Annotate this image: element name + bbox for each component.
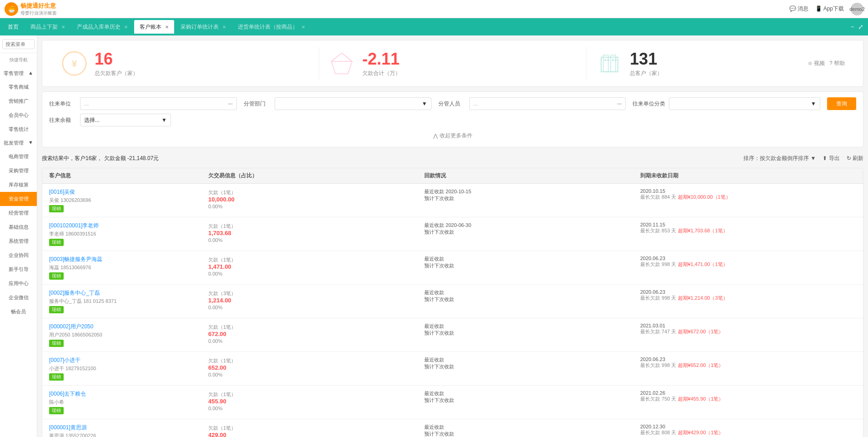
filter-unit-category-label: 往来单位分类 [632, 100, 665, 108]
sort-label[interactable]: 排序：按欠款金额倒序排序 ▼ [743, 155, 816, 162]
sidebar-item-zero-sale[interactable]: 零售管理▲ [0, 67, 37, 80]
due-date-cell-4: 2021.03.01 最长欠款 747 天 超期¥672.00（1笔） [640, 323, 856, 347]
stat-icon-yuan: ¥ [60, 50, 88, 77]
header-bar: 🐣 畅捷通好生意 母婴行业演示账套 💬 消息 📱 App下载 demo2 [0, 0, 868, 18]
debt-amount-6[interactable]: 455.90 [208, 398, 424, 405]
overdue-link-2[interactable]: 超期¥1,471.00（1笔） [678, 261, 728, 267]
sidebar-item-capital[interactable]: 资金管理 [0, 192, 37, 206]
overdue-link-7[interactable]: 超期¥429.00（1笔） [678, 430, 724, 435]
tab-product-shelf[interactable]: 商品上下架 ✕ [25, 20, 70, 34]
customer-name-0[interactable]: [0016]吴俊 [49, 188, 208, 196]
due-date-cell-2: 2020.06.23 最长欠款 998 天 超期¥1,471.00（1笔） [640, 256, 856, 280]
header-repayment: 回款情况 [424, 172, 640, 180]
filter-balance: 往来余额 选择... ▼ [49, 114, 856, 126]
view-btn[interactable]: ⊙ 视频 [808, 60, 825, 67]
sidebar-item-zero-stats[interactable]: 零售统计 [0, 122, 37, 136]
debt-amount-2[interactable]: 1,471.00 [208, 263, 424, 270]
tab-home[interactable]: 首页 [2, 20, 24, 34]
debt-amount-1[interactable]: 1,703.68 [208, 230, 424, 236]
customer-name-7[interactable]: [000001]黄思源 [49, 424, 208, 432]
tab-purchase-order-close[interactable]: ✕ [222, 25, 226, 30]
customer-badge-6: 现销 [49, 407, 64, 414]
tab-product-shelf-close[interactable]: ✕ [61, 25, 65, 30]
table-row: [0007]小进干 小进干 18279152100 现销 欠款（1笔） 652.… [42, 352, 863, 386]
sidebar-item-ecommerce[interactable]: 电商管理 [0, 150, 37, 164]
customer-name-3[interactable]: [0002]服务中心_丁磊 [49, 289, 208, 297]
sidebar-item-newbie[interactable]: 新手引导 [0, 262, 37, 276]
search-button[interactable]: 查询 [827, 97, 856, 110]
results-actions: 排序：按欠款金额倒序排序 ▼ ⬆ 导出 ↻ 刷新 [743, 155, 863, 162]
refresh-btn[interactable]: ↻ 刷新 [847, 155, 863, 162]
customer-name-1[interactable]: [0001020001]李老师 [49, 222, 208, 230]
sidebar-item-purchase[interactable]: 采购管理 [0, 164, 37, 178]
sidebar-item-system[interactable]: 系统管理 [0, 234, 37, 248]
app-download-btn[interactable]: 📱 App下载 [815, 5, 844, 13]
tab-purchase-stats[interactable]: 进货单统计表（按商品） ✕ [232, 20, 311, 34]
export-btn[interactable]: ⬆ 导出 [823, 155, 839, 162]
sidebar-item-enterprise[interactable]: 企业协同 [0, 248, 37, 262]
tab-minimize-btn[interactable]: － [849, 23, 856, 31]
table-row: [0016]吴俊 吴俊 13026203696 现销 欠款（1笔） 10,000… [42, 184, 863, 217]
stat-info-debt-customers: 16 总欠款客户（家） [95, 50, 138, 77]
overdue-link-0[interactable]: 超期¥10,000.00（1笔） [678, 194, 731, 200]
tab-product-history-close[interactable]: ✕ [124, 25, 128, 30]
stat-total-customers-label: 总客户（家） [630, 70, 662, 77]
customer-sub-2: 海蕊 18513066976 [49, 264, 208, 271]
tab-maximize-btn[interactable]: ⤢ [858, 23, 863, 31]
filter-person: 分管人员 ... ··· [438, 97, 626, 110]
sidebar-item-vip-member[interactable]: 畅会员 [0, 305, 37, 319]
sidebar-item-basic-info[interactable]: 基础信息 [0, 220, 37, 234]
sidebar-item-zero-mall[interactable]: 零售商城 [0, 80, 37, 94]
svg-text:¥: ¥ [71, 59, 77, 69]
filter-unit-category-select[interactable]: ▼ [669, 97, 820, 110]
debt-amount-0[interactable]: 10,000.00 [208, 196, 424, 203]
debt-amount-4[interactable]: 672.00 [208, 331, 424, 337]
sidebar-item-batch-mgmt[interactable]: 批发管理▼ [0, 136, 37, 150]
sidebar-item-enterprise-wechat[interactable]: 企业微信 [0, 291, 37, 305]
overdue-link-4[interactable]: 超期¥672.00（1笔） [678, 329, 724, 334]
tab-purchase-order[interactable]: 采购订单统计表 ✕ [175, 20, 231, 34]
customer-name-5[interactable]: [0007]小进干 [49, 357, 208, 364]
data-table: 客户信息 欠交易信息（占比） 回款情况 到期未收款日期 [0016]吴俊 吴俊 … [42, 168, 863, 437]
sidebar-item-marketing[interactable]: 营销推广 [0, 94, 37, 108]
filter-dept-select[interactable]: ▼ [275, 97, 431, 110]
message-btn[interactable]: 💬 消息 [789, 5, 808, 13]
sidebar-item-operation[interactable]: 经营管理 [0, 206, 37, 220]
table-row: [0006]去下粮仓 陈小希 现销 欠款（1笔） 455.90 0.00% 最近… [42, 386, 863, 419]
sidebar-item-inventory[interactable]: 库存核算 [0, 178, 37, 192]
stat-info-debt-amount: -2.11 欠款合计（万） [362, 50, 401, 77]
debt-amount-3[interactable]: 1,214.00 [208, 297, 424, 304]
debt-amount-5[interactable]: 652.00 [208, 364, 424, 371]
svg-rect-7 [604, 59, 606, 61]
filter-balance-select[interactable]: 选择... ▼ [80, 114, 171, 126]
stat-debt-amount-label: 欠款合计（万） [362, 70, 401, 77]
stats-row: ¥ 16 总欠款客户（家） [42, 40, 863, 87]
sidebar: 快捷导航 零售管理▲ 零售商城 营销推广 会员中心 零售统计 批发管理▼ 电商管… [0, 35, 37, 437]
filter-person-input[interactable]: ... ··· [469, 97, 626, 110]
customer-badge-0: 现销 [49, 205, 64, 212]
tab-customer-account-close[interactable]: ✕ [165, 25, 169, 30]
customer-name-2[interactable]: [0003]畅捷服务尹海蕊 [49, 256, 208, 263]
app-wrapper: 🐣 畅捷通好生意 母婴行业演示账套 💬 消息 📱 App下载 demo2 首页 … [0, 0, 868, 437]
filter-from-unit-input[interactable]: ... ··· [80, 97, 237, 110]
sidebar-item-app-center[interactable]: 应用中心 [0, 276, 37, 291]
tab-purchase-stats-close[interactable]: ✕ [301, 25, 305, 30]
filter-unit-category: 往来单位分类 ▼ [632, 97, 820, 110]
tab-product-history[interactable]: 产成品入库单历史 ✕ [71, 20, 133, 34]
overdue-link-3[interactable]: 超期¥1,214.00（3笔） [678, 295, 728, 301]
overdue-link-6[interactable]: 超期¥455.90（1笔） [678, 396, 724, 402]
tab-customer-account[interactable]: 客户账本 ✕ [134, 20, 174, 34]
collapse-filter-btn[interactable]: ⋀ 收起更多条件 [49, 130, 856, 141]
logo-icon: 🐣 [5, 2, 18, 16]
sidebar-item-member[interactable]: 会员中心 [0, 108, 37, 122]
customer-cell-4: [000002]用户2050 用户2050 18665062050 现销 [49, 323, 208, 347]
overdue-link-1[interactable]: 超期¥1,703.68（1笔） [678, 228, 728, 233]
debt-amount-7[interactable]: 429.00 [208, 432, 424, 437]
search-input[interactable] [2, 39, 35, 49]
customer-name-6[interactable]: [0006]去下粮仓 [49, 390, 208, 398]
overdue-link-5[interactable]: 超期¥652.00（1笔） [678, 362, 724, 368]
header-right: 💬 消息 📱 App下载 demo2 [789, 3, 863, 15]
avatar[interactable]: demo2 [851, 3, 863, 15]
help-btn[interactable]: ? 帮助 [829, 60, 845, 67]
customer-name-4[interactable]: [000002]用户2050 [49, 323, 208, 331]
